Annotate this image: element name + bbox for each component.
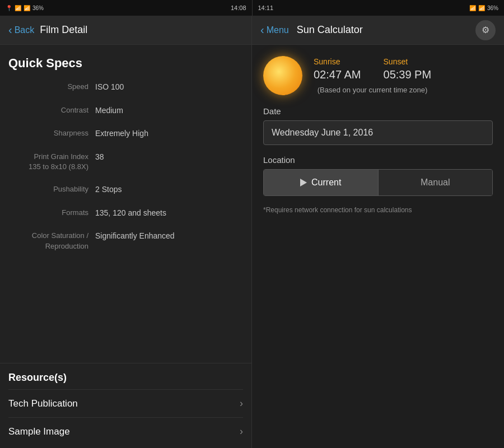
spec-value-sharpness: Extremely High xyxy=(95,128,243,139)
location-toggle: Current Manual xyxy=(263,169,493,196)
location-label: Location xyxy=(263,155,493,165)
date-section: Date Wednesday June 1, 2016 xyxy=(263,106,493,145)
date-input[interactable]: Wednesday June 1, 2016 xyxy=(263,120,493,145)
time-left: 14:08 xyxy=(231,4,246,11)
status-bar: 📍 📶 📶 36% 14:08 14:11 📶 📶 36% xyxy=(0,0,504,16)
back-label[interactable]: Back xyxy=(15,25,35,35)
status-bar-right: 14:11 📶 📶 36% xyxy=(253,0,505,16)
back-button[interactable]: ‹ Back xyxy=(8,24,34,36)
sun-graphic xyxy=(263,56,302,95)
network-note: *Requires network connection for sun cal… xyxy=(263,206,493,214)
current-location-button[interactable]: Current xyxy=(264,170,378,195)
spec-row-formats: Formats 135, 120 and sheets xyxy=(8,208,243,223)
resource-item-tech[interactable]: Tech Publication › xyxy=(8,389,243,417)
spec-row-grain: Print Grain Index135 to 8x10 (8.8X) 38 xyxy=(8,152,243,176)
nav-bar-left: ‹ Back Film Detail xyxy=(0,16,251,45)
spec-row-color: Color Saturation /Reproduction Significa… xyxy=(8,231,243,255)
spec-row-pushability: Pushability 2 Stops xyxy=(8,184,243,200)
location-icon: 📍 xyxy=(6,5,12,11)
nav-bar-right: ‹ Menu Sun Calculator ⚙ xyxy=(252,16,504,45)
quick-specs-section: Quick Specs Speed ISO 100 Contrast Mediu… xyxy=(0,45,251,363)
sunrise-block: Sunrise 02:47 AM xyxy=(314,57,361,81)
spec-row-speed: Speed ISO 100 xyxy=(8,82,243,97)
sun-times-container: Sunrise 02:47 AM Sunset 05:39 PM (Based … xyxy=(314,57,431,94)
resource-item-tech-label: Tech Publication xyxy=(8,398,78,409)
nav-bar-right-left: ‹ Menu Sun Calculator xyxy=(260,24,363,36)
right-panel: ‹ Menu Sun Calculator ⚙ Sunrise 02:47 AM xyxy=(252,16,504,448)
resources-title: Resource(s) xyxy=(8,372,243,384)
main-content: ‹ Back Film Detail Quick Specs Speed ISO… xyxy=(0,16,504,448)
sun-info: Sunrise 02:47 AM Sunset 05:39 PM (Based … xyxy=(263,56,493,95)
settings-button[interactable]: ⚙ xyxy=(475,20,496,40)
battery-right: 36% xyxy=(487,5,498,11)
spec-label-speed: Speed xyxy=(8,82,95,92)
resource-item-sample-label: Sample Image xyxy=(8,426,70,437)
spec-label-pushability: Pushability xyxy=(8,184,95,194)
current-label: Current xyxy=(311,178,341,188)
status-icons-right: 📶 📶 36% xyxy=(469,5,498,11)
spec-value-formats: 135, 120 and sheets xyxy=(95,208,243,219)
spec-label-color: Color Saturation /Reproduction xyxy=(8,231,95,251)
left-panel-title: Film Detail xyxy=(40,24,87,36)
chevron-right-icon-sample: › xyxy=(240,426,243,437)
sunset-time: 05:39 PM xyxy=(384,68,432,81)
location-section: Location Current Manual xyxy=(263,155,493,196)
spec-label-contrast: Contrast xyxy=(8,105,95,115)
resources-section: Resource(s) Tech Publication › Sample Im… xyxy=(0,363,251,448)
signal-icon-right: 📶 xyxy=(478,5,485,11)
right-panel-title: Sun Calculator xyxy=(297,24,363,36)
resource-item-sample[interactable]: Sample Image › xyxy=(8,417,243,445)
signal-icon: 📶 xyxy=(24,5,30,11)
menu-chevron-icon: ‹ xyxy=(260,24,264,36)
spec-value-contrast: Medium xyxy=(95,105,243,116)
time-right: 14:11 xyxy=(258,4,274,11)
sunrise-time: 02:47 AM xyxy=(314,68,361,81)
sun-calc-body: Sunrise 02:47 AM Sunset 05:39 PM (Based … xyxy=(252,45,504,448)
sunrise-label: Sunrise xyxy=(314,57,361,66)
spec-value-pushability: 2 Stops xyxy=(95,184,243,195)
spec-row-sharpness: Sharpness Extremely High xyxy=(8,128,243,144)
manual-location-button[interactable]: Manual xyxy=(379,170,493,195)
sun-times: Sunrise 02:47 AM Sunset 05:39 PM xyxy=(314,57,431,81)
left-panel: ‹ Back Film Detail Quick Specs Speed ISO… xyxy=(0,16,252,448)
status-bar-left: 📍 📶 📶 36% 14:08 xyxy=(0,0,253,16)
spec-label-sharpness: Sharpness xyxy=(8,128,95,138)
menu-button[interactable]: ‹ Menu xyxy=(260,24,289,36)
settings-icon: ⚙ xyxy=(482,25,489,35)
back-chevron-icon: ‹ xyxy=(8,24,12,36)
sunset-block: Sunset 05:39 PM xyxy=(384,57,432,81)
manual-label: Manual xyxy=(421,178,450,188)
menu-label[interactable]: Menu xyxy=(267,25,289,35)
status-icons-left: 📍 📶 📶 36% xyxy=(6,5,44,11)
timezone-note: (Based on your current time zone) xyxy=(314,86,431,94)
play-icon xyxy=(300,179,307,186)
chevron-right-icon-tech: › xyxy=(240,398,243,409)
spec-value-speed: ISO 100 xyxy=(95,82,243,93)
spec-value-color: Significantly Enhanced xyxy=(95,231,243,242)
wifi-icon: 📶 xyxy=(15,5,21,11)
wifi-icon-right: 📶 xyxy=(469,5,476,11)
date-label: Date xyxy=(263,106,493,116)
spec-value-grain: 38 xyxy=(95,152,243,163)
spec-row-contrast: Contrast Medium xyxy=(8,105,243,121)
spec-label-grain: Print Grain Index135 to 8x10 (8.8X) xyxy=(8,152,95,172)
quick-specs-title: Quick Specs xyxy=(8,56,243,71)
spec-label-formats: Formats xyxy=(8,208,95,218)
battery-left: 36% xyxy=(32,5,44,11)
sunset-label: Sunset xyxy=(384,57,432,66)
